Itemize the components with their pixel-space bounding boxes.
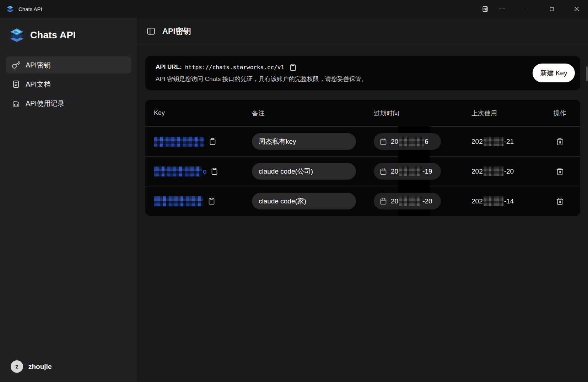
expire-date-prefix: 20 <box>391 168 398 175</box>
expire-cell: 20 6 <box>374 127 471 156</box>
redacted-key <box>154 137 204 147</box>
expire-date-prefix: 20 <box>391 197 398 205</box>
column-header-note: 备注 <box>252 109 374 118</box>
maximize-button[interactable] <box>543 0 560 18</box>
api-url-label: API URL: <box>156 64 182 71</box>
delete-key-button[interactable] <box>555 167 565 176</box>
last-used-cell: 202 -20 <box>471 157 548 186</box>
content: API URL: https://chats.starworks.cc/v1 A… <box>137 45 588 216</box>
sidebar-item-label: API密钥 <box>26 60 50 70</box>
close-icon <box>573 6 580 12</box>
expire-date-picker[interactable]: 20 -20 <box>374 193 441 209</box>
scrollbar-thumb[interactable] <box>586 66 588 81</box>
redacted-key <box>154 196 203 206</box>
redacted-date <box>399 137 424 146</box>
column-header-actions: 操作 <box>548 109 572 118</box>
redacted-date <box>399 196 422 206</box>
minimize-button[interactable] <box>518 0 535 18</box>
note-cell <box>252 186 374 216</box>
api-url-value: https://chats.starworks.cc/v1 <box>185 64 284 71</box>
more-options-button[interactable] <box>493 0 511 18</box>
copy-key-button[interactable] <box>207 197 216 206</box>
brand-logo-icon <box>9 27 25 44</box>
clipboard-icon <box>211 168 218 175</box>
note-input[interactable] <box>252 193 356 209</box>
maximize-icon <box>549 6 555 12</box>
key-icon <box>12 61 20 69</box>
table-row: 20 -20 202 -14 <box>145 186 580 216</box>
close-button[interactable] <box>568 0 585 18</box>
key-cell <box>154 127 252 156</box>
delete-key-button[interactable] <box>555 197 565 206</box>
note-cell <box>252 127 374 156</box>
last-used-suffix: -20 <box>504 168 514 175</box>
last-used-prefix: 202 <box>471 168 483 175</box>
actions-cell <box>548 186 572 216</box>
new-key-button[interactable]: 新建 Key <box>533 64 575 82</box>
copy-url-button[interactable] <box>288 63 297 72</box>
note-input[interactable] <box>252 133 356 150</box>
expire-date-picker[interactable]: 20 -19 <box>374 163 441 180</box>
last-used-suffix: -21 <box>504 138 514 146</box>
sidebar-toggle-button[interactable] <box>146 27 156 36</box>
sidebar-nav: API密钥 API文档 API使用记录 <box>6 56 131 112</box>
expire-cell: 20 -19 <box>374 157 471 186</box>
expire-date-picker[interactable]: 20 6 <box>374 133 441 150</box>
sidebar-item-api-keys[interactable]: API密钥 <box>6 56 131 73</box>
delete-key-button[interactable] <box>555 137 565 146</box>
usage-chart-icon <box>12 99 20 108</box>
table-row: o <box>145 156 580 186</box>
titlebar: Chats API <box>0 0 588 18</box>
sidebar-spacer <box>0 112 137 353</box>
search-window-button[interactable] <box>476 0 493 18</box>
clipboard-icon <box>208 197 215 205</box>
trash-icon <box>556 197 564 205</box>
last-used-prefix: 202 <box>471 138 483 146</box>
window-controls <box>476 0 588 18</box>
note-input[interactable] <box>252 163 356 180</box>
panel-left-icon <box>146 27 156 36</box>
sidebar-item-label: API使用记录 <box>26 99 64 108</box>
column-header-key: Key <box>154 109 252 117</box>
last-used-cell: 202 -21 <box>471 127 548 156</box>
calendar-icon <box>380 168 387 175</box>
user-profile[interactable]: z zhoujie <box>0 353 137 382</box>
api-key-description: API 密钥是您访问 Chats 接口的凭证，具有该账户的完整权限，请您妥善保管… <box>156 75 572 83</box>
ellipsis-icon <box>499 6 505 12</box>
sidebar-item-api-docs[interactable]: API文档 <box>6 76 131 93</box>
page-title: API密钥 <box>162 26 191 37</box>
actions-cell <box>548 157 572 186</box>
expire-cell: 20 -20 <box>374 186 471 216</box>
minimize-icon <box>524 6 530 12</box>
redacted-date <box>484 167 503 176</box>
expire-date-suffix: -19 <box>422 168 432 175</box>
key-cell <box>154 186 252 216</box>
key-suffix: o <box>203 168 207 175</box>
brand-name: Chats API <box>30 30 76 41</box>
redacted-key <box>154 167 202 176</box>
expire-date-suffix: 6 <box>425 138 428 146</box>
trash-icon <box>556 138 564 146</box>
calendar-icon <box>380 138 387 145</box>
document-icon <box>12 80 20 88</box>
redacted-date <box>399 167 422 176</box>
column-header-last-used: 上次使用 <box>471 109 548 118</box>
column-header-expire: 过期时间 <box>374 109 471 118</box>
copy-key-button[interactable] <box>210 167 219 176</box>
app-logo-icon <box>6 5 14 13</box>
clipboard-icon <box>289 64 297 71</box>
last-used-suffix: -14 <box>504 197 514 205</box>
calendar-icon <box>380 198 387 205</box>
table-row: 20 6 202 -21 <box>145 126 580 156</box>
redacted-date <box>484 196 503 206</box>
sidebar-item-api-usage[interactable]: API使用记录 <box>6 95 131 112</box>
note-cell <box>252 157 374 186</box>
main-area: API密钥 API URL: https://chats.starworks.c… <box>137 18 588 382</box>
api-info-card: API URL: https://chats.starworks.cc/v1 A… <box>145 56 580 90</box>
last-used-prefix: 202 <box>471 197 483 205</box>
table-header-row: Key 备注 过期时间 上次使用 操作 <box>145 100 580 126</box>
last-used-cell: 202 -14 <box>471 186 548 216</box>
copy-key-button[interactable] <box>208 137 217 146</box>
key-cell: o <box>154 157 252 186</box>
sidebar: Chats API API密钥 API文档 API使用记录 <box>0 18 137 382</box>
